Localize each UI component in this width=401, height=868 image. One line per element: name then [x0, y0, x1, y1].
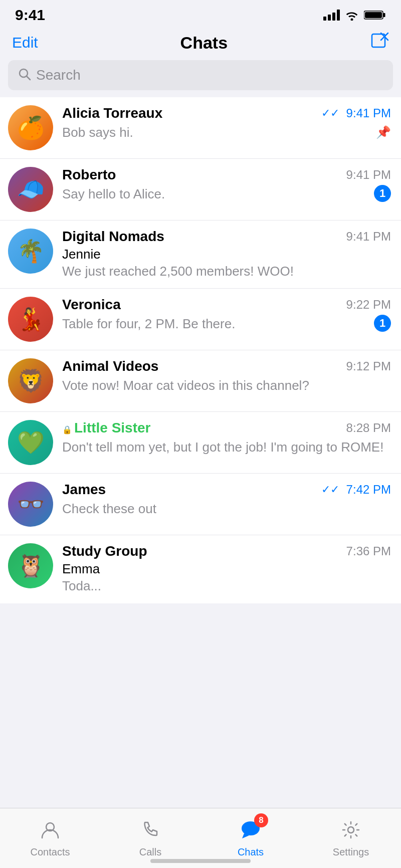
avatar-alicia: 🍊	[8, 105, 53, 150]
chat-time-roberto: 9:41 PM	[346, 168, 391, 182]
avatar-animal: 🦁	[8, 358, 53, 403]
status-bar: 9:41	[0, 0, 401, 27]
chat-name-james: James	[62, 482, 106, 498]
chat-preview-digital: We just reached 2,500 members! WOO!	[62, 262, 391, 280]
chat-preview-animal: Vote now! Moar cat videos in this channe…	[62, 376, 391, 394]
svg-line-7	[27, 76, 30, 80]
tab-calls-label: Calls	[139, 846, 161, 858]
chat-time-sister: 8:28 PM	[346, 421, 391, 435]
chat-name-digital: Digital Nomads	[62, 229, 164, 245]
avatar-sister: 💚	[8, 420, 53, 465]
search-placeholder: Search	[36, 67, 81, 83]
chat-name-roberto: Roberto	[62, 167, 116, 183]
chat-time-animal: 9:12 PM	[346, 359, 391, 373]
header: Edit Chats	[0, 27, 401, 60]
chat-item-veronica[interactable]: 💃Veronica9:22 PMTable for four, 2 PM. Be…	[0, 289, 401, 350]
chat-name-sister: Little Sister	[74, 420, 150, 436]
chat-preview-alicia: Bob says hi.	[62, 123, 371, 141]
chat-name-alicia: Alicia Torreaux	[62, 105, 162, 121]
avatar-roberto: 🧢	[8, 167, 53, 212]
chat-name-animal: Animal Videos	[62, 358, 158, 374]
chat-time-digital: 9:41 PM	[346, 230, 391, 244]
status-icons	[323, 10, 386, 21]
tab-contacts-label: Contacts	[31, 846, 70, 858]
avatar-digital: 🌴	[8, 229, 53, 274]
chat-name-study: Study Group	[62, 543, 147, 559]
signal-icon	[323, 10, 340, 21]
chat-item-james[interactable]: 👓James✓✓7:42 PMCheck these out	[0, 474, 401, 535]
home-indicator	[150, 859, 251, 863]
chat-preview-study: Toda...	[62, 577, 391, 595]
badge-veronica: 1	[374, 315, 391, 332]
search-icon	[18, 68, 31, 83]
avatar-study: 🦉	[8, 543, 53, 588]
compose-button[interactable]	[370, 32, 389, 53]
svg-rect-2	[365, 12, 382, 18]
badge-roberto: 1	[374, 185, 391, 202]
lock-icon: 🔒	[62, 425, 72, 434]
tab-calls[interactable]: Calls	[100, 816, 200, 858]
edit-button[interactable]: Edit	[12, 34, 38, 51]
chat-time-james: 7:42 PM	[346, 483, 391, 497]
status-time: 9:41	[15, 7, 45, 24]
chat-preview-veronica: Table for four, 2 PM. Be there.	[62, 315, 369, 333]
tab-chats[interactable]: 8 Chats	[200, 816, 301, 858]
tab-settings-label: Settings	[333, 846, 369, 858]
double-check-james: ✓✓	[321, 483, 339, 496]
tab-contacts[interactable]: Contacts	[0, 816, 100, 858]
chat-icon: 8	[237, 816, 264, 843]
person-icon	[37, 816, 64, 843]
chat-preview-roberto: Say hello to Alice.	[62, 185, 369, 203]
double-check-alicia: ✓✓	[321, 107, 339, 120]
chat-time-veronica: 9:22 PM	[346, 298, 391, 312]
chat-item-study[interactable]: 🦉Study Group7:36 PMEmmaToda...	[0, 535, 401, 603]
phone-icon	[137, 816, 164, 843]
chat-time-study: 7:36 PM	[346, 544, 391, 558]
svg-rect-1	[383, 13, 385, 17]
chat-item-digital[interactable]: 🌴Digital Nomads9:41 PMJennieWe just reac…	[0, 221, 401, 289]
tab-settings[interactable]: Settings	[301, 816, 401, 858]
chats-badge: 8	[254, 813, 268, 827]
chat-item-sister[interactable]: 💚🔒Little Sister8:28 PMDon't tell mom yet…	[0, 412, 401, 474]
search-container: Search	[0, 60, 401, 97]
pin-icon-alicia: 📌	[376, 125, 391, 139]
wifi-icon	[345, 10, 359, 21]
chat-item-roberto[interactable]: 🧢Roberto9:41 PMSay hello to Alice.1	[0, 159, 401, 221]
svg-point-10	[348, 827, 354, 833]
chat-preview-james: Check these out	[62, 500, 391, 518]
chat-list: 🍊Alicia Torreaux✓✓9:41 PMBob says hi.📌🧢R…	[0, 97, 401, 603]
chat-preview-sister: Don't tell mom yet, but I got the job! I…	[62, 438, 391, 456]
avatar-james: 👓	[8, 482, 53, 527]
chat-time-alicia: 9:41 PM	[346, 106, 391, 120]
tab-chats-label: Chats	[238, 846, 264, 858]
battery-icon	[364, 10, 386, 21]
svg-rect-3	[372, 34, 385, 47]
chat-item-alicia[interactable]: 🍊Alicia Torreaux✓✓9:41 PMBob says hi.📌	[0, 97, 401, 159]
page-title: Chats	[180, 33, 228, 53]
chat-sender-study: Emma	[62, 561, 391, 577]
chat-sender-digital: Jennie	[62, 247, 391, 262]
chat-item-animal[interactable]: 🦁Animal Videos9:12 PMVote now! Moar cat …	[0, 350, 401, 412]
avatar-veronica: 💃	[8, 297, 53, 342]
gear-icon	[337, 816, 364, 843]
chat-name-veronica: Veronica	[62, 297, 121, 313]
search-bar[interactable]: Search	[8, 60, 393, 90]
